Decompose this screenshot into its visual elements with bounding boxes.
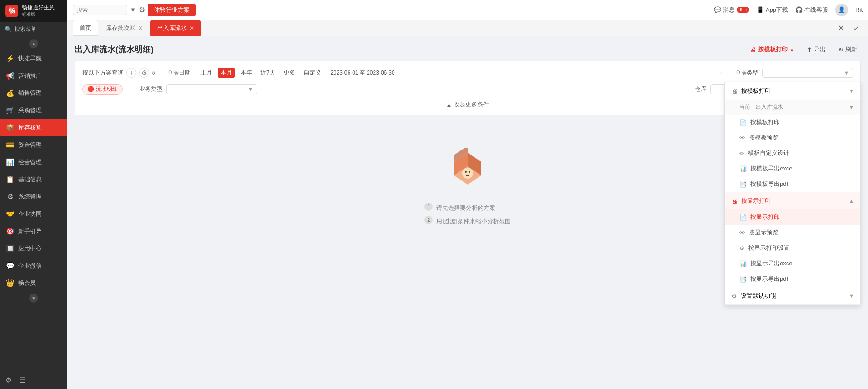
sidebar-item-operations[interactable]: 📊 经营管理	[0, 154, 67, 171]
print-chevron-up-icon: ▲	[789, 47, 794, 52]
doc-type-select[interactable]: ▼	[762, 68, 853, 78]
business-type-select[interactable]: ▼	[166, 84, 257, 94]
tab-inventory-batch[interactable]: 库存批次账 ✕	[99, 20, 150, 36]
topbar-username[interactable]: Rit	[855, 6, 863, 13]
filter-add-button[interactable]: +	[126, 68, 136, 78]
print-template-label: 按模板打印	[758, 45, 788, 54]
topbar-service[interactable]: 🎧 在线客服	[795, 6, 828, 14]
sidebar-item-label: 系统管理	[18, 193, 42, 201]
dropdown-section-display: 🖨 按显示打印 ▲ 📄 按显示打印 👁 按显示预览 ⚙ 按显示打印设置	[725, 192, 860, 287]
topbar-right: 💬 消息 99 + 📱 App下载 🎧 在线客服 👤 Rit	[714, 4, 863, 16]
preset-this-month[interactable]: 本月	[218, 68, 235, 78]
dropdown-display-print-item[interactable]: 📄 按显示打印	[725, 209, 860, 225]
refresh-button[interactable]: ↻ 刷新	[835, 44, 861, 55]
template-print-dropdown: 🖨 按模板打印 ▼ 当前：出入库流水 ▼ 📄 按模板打印 👁 按模板预览	[724, 82, 861, 305]
tab-maximize-btn[interactable]: ⤢	[850, 22, 863, 35]
tab-inventory-batch-close[interactable]: ✕	[138, 25, 143, 31]
settings-gear-icon[interactable]: ⚙	[5, 376, 12, 384]
topbar-search-input[interactable]	[73, 5, 127, 15]
sidebar-item-label: 经营管理	[18, 158, 42, 166]
dropdown-display-settings-item[interactable]: ⚙ 按显示打印设置	[725, 240, 860, 256]
preset-7days[interactable]: 近7天	[258, 68, 278, 78]
page-title: 出入库流水(流水明细)	[75, 44, 154, 55]
business-type-label: 业务类型	[139, 85, 163, 93]
sidebar-item-sales[interactable]: 💰 销售管理	[0, 85, 67, 102]
topbar-breadcrumb: ▼ ⚙ 体验行业方案	[73, 4, 709, 16]
sidebar-item-base[interactable]: 📋 基础信息	[0, 171, 67, 188]
sidebar-scroll-down[interactable]: ▼	[29, 294, 38, 303]
dropdown-template-header[interactable]: 🖨 按模板打印 ▼	[725, 82, 860, 100]
sidebar-item-label: 基础信息	[18, 175, 42, 184]
dropdown-template-export-pdf-item[interactable]: 📑 按模板导出pdf	[725, 176, 860, 192]
dropdown-display-export-pdf-item[interactable]: 📑 按显示导出pdf	[725, 271, 860, 287]
sidebar-item-vip[interactable]: 👑 畅会员	[0, 274, 67, 292]
default-chevron-icon: ▼	[849, 293, 854, 299]
marketing-icon: 📢	[5, 72, 15, 80]
template-preview-icon: 👁	[739, 135, 745, 141]
sidebar: 畅 畅捷通好生意 标准版 🔍 搜索菜单 ▲ ⚡ 快捷导航 📢 营销推广 💰 销售…	[0, 0, 67, 389]
sidebar-item-purchase[interactable]: 🛒 采购管理	[0, 102, 67, 119]
sidebar-item-marketing[interactable]: 📢 营销推广	[0, 67, 67, 85]
sidebar-item-label: 企业微信	[18, 262, 42, 270]
industry-solution-button[interactable]: 体验行业方案	[148, 4, 196, 16]
sidebar-item-collab[interactable]: 🤝 企业协同	[0, 205, 67, 223]
template-chevron-icon: ▼	[849, 88, 854, 94]
preset-more[interactable]: 更多	[281, 68, 298, 78]
display-chevron-icon: ▲	[849, 198, 854, 204]
sidebar-item-quick-nav[interactable]: ⚡ 快捷导航	[0, 50, 67, 67]
topbar-avatar[interactable]: 👤	[835, 4, 848, 16]
template-preview-label: 按模板预览	[749, 134, 778, 142]
sidebar-search[interactable]: 🔍 搜索菜单	[0, 22, 67, 37]
tabs-bar: 首页 库存批次账 ✕ 出入库流水 ✕ ✕ ⤢	[67, 20, 868, 36]
svg-point-4	[462, 168, 473, 179]
topbar-messages[interactable]: 💬 消息 99 +	[714, 6, 749, 14]
sidebar-item-guide[interactable]: 🎯 新手引导	[0, 223, 67, 240]
refresh-label: 刷新	[845, 45, 857, 54]
dropdown-template-export-excel-item[interactable]: 📊 按模板导出excel	[725, 161, 860, 176]
topbar-app-download[interactable]: 📱 App下载	[757, 6, 788, 14]
sidebar-item-appstore[interactable]: 🔲 应用中心	[0, 240, 67, 257]
dropdown-display-export-excel-item[interactable]: 📊 按显示导出excel	[725, 256, 860, 271]
filter-collapse-button[interactable]: «	[152, 69, 156, 77]
dropdown-display-left: 🖨 按显示打印	[731, 197, 771, 205]
display-pdf-icon: 📑	[739, 276, 747, 283]
filter-flow-tag[interactable]: 🔴 流水明细	[82, 84, 123, 95]
empty-svg	[445, 148, 490, 194]
export-button[interactable]: ⬆ 导出	[803, 44, 829, 55]
dropdown-template-print-item[interactable]: 📄 按模板打印	[725, 115, 860, 130]
date-range-display: 2023-06-01 至 2023-06-30	[330, 69, 394, 77]
tab-home[interactable]: 首页	[73, 20, 98, 36]
print-template-button[interactable]: 🖨 按模板打印 ▲	[747, 44, 798, 55]
default-settings-icon: ⚙	[731, 292, 737, 299]
preset-last-month[interactable]: 上月	[198, 68, 215, 78]
filter-settings-button[interactable]: ⚙	[139, 68, 149, 78]
dropdown-default-header[interactable]: ⚙ 设置默认功能 ▼	[725, 287, 860, 304]
tab-close-window-btn[interactable]: ✕	[834, 22, 847, 35]
business-type-chevron-icon: ▼	[248, 86, 253, 92]
collapse-more-button[interactable]: ▲ 收起更多条件	[446, 100, 489, 109]
dropdown-template-custom-item[interactable]: ✏ 模板自定义设计	[725, 145, 860, 161]
filter-actions-left: 按以下方案查询 + ⚙ «	[82, 68, 156, 78]
dropdown-display-header[interactable]: 🖨 按显示打印 ▲	[725, 192, 860, 209]
display-printer-icon: 🖨	[731, 197, 738, 204]
preset-custom[interactable]: 自定义	[301, 68, 324, 78]
sidebar-item-finance[interactable]: 💳 资金管理	[0, 136, 67, 154]
dropdown-display-preview-item[interactable]: 👁 按显示预览	[725, 225, 860, 240]
inventory-icon: 📦	[5, 124, 15, 132]
app-icon: 📱	[757, 6, 764, 13]
topbar-gear-icon[interactable]: ⚙	[139, 5, 145, 14]
tab-stock-flow[interactable]: 出入库流水 ✕	[150, 20, 201, 36]
tab-stock-flow-close[interactable]: ✕	[190, 25, 194, 31]
sidebar-item-inventory[interactable]: 📦 库存核算	[0, 119, 67, 136]
topbar-dropdown-btn[interactable]: ▼	[130, 6, 136, 13]
preset-this-year[interactable]: 本年	[238, 68, 255, 78]
refresh-icon: ↻	[838, 46, 843, 53]
quick-nav-icon: ⚡	[5, 55, 15, 63]
sidebar-item-system[interactable]: ⚙ 系统管理	[0, 188, 67, 205]
sidebar-scroll-up[interactable]: ▲	[29, 39, 38, 48]
logo-title: 畅捷通好生意	[22, 4, 55, 11]
sidebar-item-wechat[interactable]: 💬 企业微信	[0, 257, 67, 274]
menu-toggle-icon[interactable]: ☰	[19, 376, 25, 384]
display-settings-icon: ⚙	[739, 245, 745, 252]
dropdown-template-preview-item[interactable]: 👁 按模板预览	[725, 130, 860, 145]
